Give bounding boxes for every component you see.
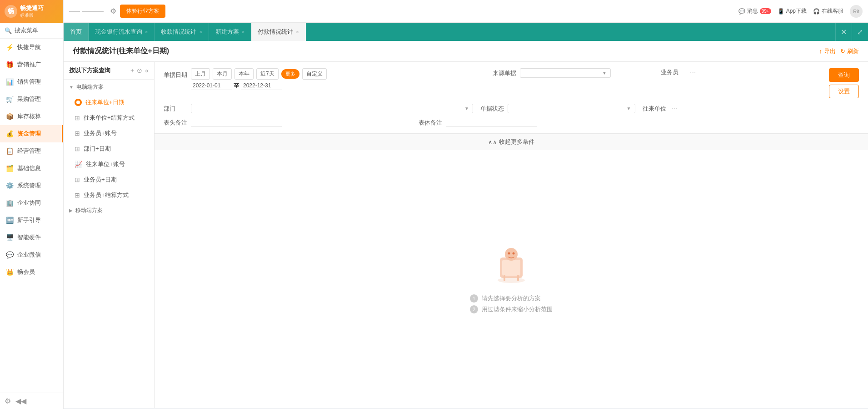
online-service-action[interactable]: 🎧 在线客服: [813, 7, 843, 15]
staff-label: 业务员: [661, 68, 684, 76]
scheme-collapse-btn[interactable]: «: [145, 67, 149, 74]
filter-settings-btn[interactable]: 设置: [829, 85, 859, 98]
export-btn[interactable]: ↑ 导出: [819, 47, 836, 56]
scheme-item-staff-account[interactable]: ⊞ 业务员+账号: [64, 126, 154, 141]
tab-new-scheme-close[interactable]: ×: [242, 29, 244, 35]
date-start-input[interactable]: [191, 81, 232, 90]
sidebar-item-wechat[interactable]: 💬 企业微信: [0, 246, 63, 263]
collapse-conditions-btn[interactable]: ∧∧ 收起更多条件: [488, 138, 534, 146]
sidebar-item-operations[interactable]: 📋 经营管理: [0, 142, 63, 160]
dept-label: 部门: [164, 105, 187, 113]
collapse-sidebar-icon[interactable]: ◀◀: [15, 397, 26, 405]
date-btn-last-month[interactable]: 上月: [191, 68, 210, 80]
sidebar-item-label-hardware: 智能硬件: [17, 233, 41, 242]
sidebar-item-hardware[interactable]: 🖥️ 智能硬件: [0, 229, 63, 246]
user-avatar[interactable]: Rit: [850, 5, 863, 18]
sidebar-item-enterprise[interactable]: 🏢 企业协同: [0, 194, 63, 212]
scheme-group-mobile-header[interactable]: ▶ 移动端方案: [64, 203, 154, 218]
sidebar-item-purchase[interactable]: 🛒 采购管理: [0, 91, 63, 108]
tab-new-scheme-label: 新建方案: [215, 28, 239, 36]
tab-receivable-close[interactable]: ×: [199, 29, 202, 35]
tab-home-label: 首页: [70, 28, 82, 36]
online-service-label: 在线客服: [822, 7, 843, 15]
scheme-item-staff-date[interactable]: ⊞ 业务员+日期: [64, 172, 154, 187]
sidebar-item-inventory[interactable]: 📦 库存核算: [0, 108, 63, 125]
filter-docstatus-group: 单据状态 ▼: [480, 104, 635, 113]
tab-new-scheme[interactable]: 新建方案 ×: [209, 23, 251, 41]
filter-unit-group: 往来单位 ···: [643, 105, 798, 113]
unit-dots[interactable]: ···: [670, 105, 679, 113]
expand-tabs-btn[interactable]: ⤢: [852, 23, 868, 41]
collapse-up-icon: ∧∧: [488, 139, 497, 146]
filter-row-3: 表头备注 表体备注: [164, 119, 859, 127]
scheme-settings-icon[interactable]: ⊙: [137, 67, 142, 74]
sidebar-item-guide[interactable]: 🆕 新手引导: [0, 212, 63, 229]
tab-payment[interactable]: 付款情况统计 ×: [251, 23, 305, 41]
date-btn-this-month[interactable]: 本月: [213, 68, 232, 80]
notif-badge: 99+: [760, 8, 771, 14]
scheme-table-icon-5: ⊞: [75, 192, 80, 199]
sidebar-item-finance[interactable]: 💰 资金管理: [0, 125, 63, 142]
message-action[interactable]: 💬 消息 99+: [738, 7, 771, 15]
date-btn-this-year[interactable]: 本年: [234, 68, 254, 80]
tab-home[interactable]: 首页: [64, 23, 89, 41]
tab-cashflow-close[interactable]: ×: [145, 29, 148, 35]
download-icon: 📱: [778, 8, 784, 15]
finance-icon: 💰: [5, 130, 14, 138]
scheme-item-unit-date[interactable]: 往来单位+日期: [64, 95, 154, 110]
scheme-item-unit-settle[interactable]: ⊞ 往来单位+结算方式: [64, 110, 154, 126]
sidebar-bottom: ⚙ ◀◀: [0, 393, 63, 409]
query-btn[interactable]: 查询: [829, 68, 859, 82]
sidebar-search[interactable]: 🔍 搜索菜单: [0, 23, 63, 39]
purchase-icon: 🛒: [5, 95, 14, 103]
enterprise-icon: 🏢: [5, 199, 14, 207]
sidebar-item-basic[interactable]: 🗂️ 基础信息: [0, 160, 63, 177]
inventory-icon: 📦: [5, 112, 14, 121]
tab-cashflow[interactable]: 现金银行流水查询 ×: [89, 23, 155, 41]
sidebar-item-sales[interactable]: 📊 销售管理: [0, 73, 63, 91]
date-btn-7days[interactable]: 近7天: [256, 68, 279, 80]
body-note-input[interactable]: [446, 119, 537, 126]
tab-receivable[interactable]: 收款情况统计 ×: [155, 23, 209, 41]
sidebar-item-label-sales: 销售管理: [17, 78, 41, 86]
quicknav-icon: ⚡: [5, 43, 14, 51]
date-label: 单据日期: [164, 68, 187, 79]
scheme-item-staff-settle[interactable]: ⊞ 业务员+结算方式: [64, 187, 154, 203]
avatar-text: Rit: [853, 9, 859, 14]
tabbar-buttons: ✕ ⤢: [835, 23, 868, 41]
export-icon: ↑: [819, 48, 823, 55]
header-note-input[interactable]: [191, 119, 282, 126]
scheme-group-desktop-header[interactable]: ▼ 电脑端方案: [64, 80, 154, 95]
scheme-item-unit-account[interactable]: 📈 往来单位+账号: [64, 157, 154, 172]
date-options: 上月 本月 本年 近7天 更多 自定义: [191, 68, 327, 80]
dept-select[interactable]: ▼: [191, 104, 473, 113]
sidebar-item-quicknav[interactable]: ⚡ 快捷导航: [0, 39, 63, 56]
doc-status-select[interactable]: ▼: [508, 104, 635, 113]
collapse-conditions-label: 收起更多条件: [499, 138, 534, 146]
system-icon: ⚙️: [5, 182, 14, 190]
close-all-tabs-btn[interactable]: ✕: [835, 23, 852, 41]
scheme-group-mobile: ▶ 移动端方案: [64, 203, 154, 218]
staff-dots[interactable]: ···: [688, 68, 698, 76]
empty-state: 1 请先选择要分析的方案 2 用过滤条件来缩小分析范围: [155, 150, 868, 408]
export-label: 导出: [824, 47, 836, 56]
refresh-btn[interactable]: ↻ 刷新: [840, 47, 859, 56]
topbar-settings-icon[interactable]: ⚙: [110, 7, 116, 15]
scheme-item-dept-date[interactable]: ⊞ 部门+日期: [64, 141, 154, 157]
sidebar-item-marketing[interactable]: 🎁 营销推广: [0, 56, 63, 73]
date-end-input[interactable]: [241, 81, 282, 90]
sidebar-item-system[interactable]: ⚙️ 系统管理: [0, 177, 63, 194]
settings-bottom-icon[interactable]: ⚙: [5, 397, 11, 405]
sidebar-item-label-inventory: 库存核算: [17, 112, 41, 121]
date-btn-custom[interactable]: 自定义: [302, 68, 327, 80]
wechat-icon: 💬: [5, 251, 14, 259]
page-title: 付款情况统计(往来单位+日期): [73, 46, 169, 56]
svg-point-0: [498, 278, 525, 283]
tab-payment-close[interactable]: ×: [296, 29, 299, 35]
scheme-add-icon[interactable]: +: [130, 67, 134, 74]
app-download-action[interactable]: 📱 App下载: [778, 7, 807, 15]
trial-btn[interactable]: 体验行业方案: [120, 5, 165, 18]
source-select[interactable]: ▼: [520, 68, 611, 78]
sidebar-item-member[interactable]: 👑 畅会员: [0, 263, 63, 281]
date-btn-more[interactable]: 更多: [281, 69, 299, 79]
